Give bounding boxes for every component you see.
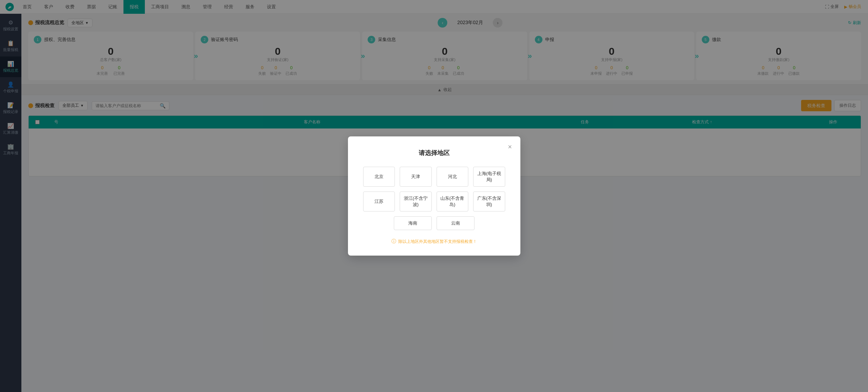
region-btn-shanghai[interactable]: 上海(电子税局) <box>473 167 505 187</box>
modal-title: 请选择地区 <box>363 149 505 157</box>
region-btn-guangdong[interactable]: 广东(不含深圳) <box>473 192 505 212</box>
region-btn-hebei[interactable]: 河北 <box>437 167 469 187</box>
region-btn-jiangsu[interactable]: 江苏 <box>363 192 395 212</box>
region-btn-zhejiang[interactable]: 浙江(不含宁波) <box>400 192 432 212</box>
warning-text: 除以上地区外其他地区暂不支持报税检查！ <box>398 239 477 245</box>
region-row-2: 江苏 浙江(不含宁波) 山东(不含青岛) 广东(不含深圳) <box>363 192 505 212</box>
region-btn-yunnan[interactable]: 云南 <box>437 216 475 230</box>
warning-message: ⓘ 除以上地区外其他地区暂不支持报税检查！ <box>363 238 505 245</box>
modal: × 请选择地区 北京 天津 河北 上海(电子税局) 江苏 浙江(不含宁波) 山东… <box>348 136 520 256</box>
modal-close-btn[interactable]: × <box>505 142 515 152</box>
region-row-3: 海南 云南 <box>363 216 505 230</box>
region-btn-tianjin[interactable]: 天津 <box>400 167 432 187</box>
region-row-1: 北京 天津 河北 上海(电子税局) <box>363 167 505 187</box>
region-btn-hainan[interactable]: 海南 <box>394 216 432 230</box>
region-btn-beijing[interactable]: 北京 <box>363 167 395 187</box>
modal-overlay[interactable]: × 请选择地区 北京 天津 河北 上海(电子税局) 江苏 浙江(不含宁波) 山东… <box>0 0 868 392</box>
warning-icon: ⓘ <box>391 238 396 245</box>
region-btn-shandong[interactable]: 山东(不含青岛) <box>437 192 469 212</box>
